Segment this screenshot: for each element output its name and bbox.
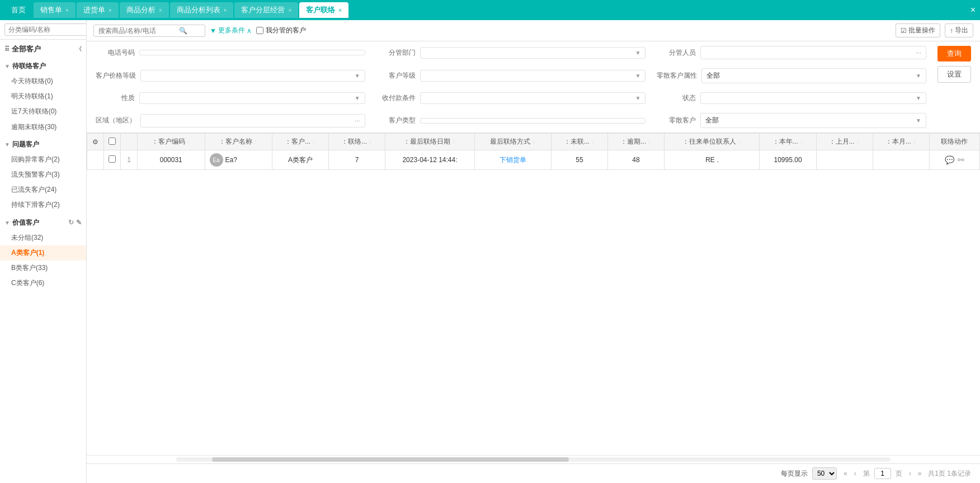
col-settings[interactable]: ⚙ <box>87 134 104 150</box>
page-number-input[interactable] <box>874 468 891 479</box>
customer-type-filter: 客户类型 <box>376 116 646 125</box>
top-nav: 首页 销售单 × 进货单 × 商品分析 × 商品分析列表 × 客户分层经营 × … <box>0 0 980 20</box>
col-this-month-header[interactable]: ：本月... ⋮ <box>873 134 929 150</box>
sidebar-item-repurchase-abnormal[interactable]: 回购异常客户(2) <box>0 152 86 167</box>
nature-input[interactable]: ▼ <box>139 92 365 104</box>
col-contact-header[interactable]: ：联络... ⋮ <box>329 134 385 150</box>
col-unit-contact-header[interactable]: ：往来单位联系人 ⋮ <box>665 134 760 150</box>
sidebar-item-tomorrow[interactable]: 明天待联络(1) <box>0 89 86 104</box>
sidebar-item-today[interactable]: 今天待联络(0) <box>0 74 86 89</box>
export-button[interactable]: ↑ 导出 <box>945 23 973 37</box>
query-button[interactable]: 查询 <box>937 46 971 61</box>
col-name-header[interactable]: ：客户名称 ⋮ <box>205 134 272 150</box>
window-close-button[interactable]: × <box>970 5 976 15</box>
col-last-month-header[interactable]: ：上月... ⋮ <box>816 134 873 150</box>
tab-customer-segment[interactable]: 客户分层经营 × <box>234 2 298 18</box>
tab-sales-close[interactable]: × <box>65 7 69 13</box>
tab-product-analysis-list[interactable]: 商品分析列表 × <box>170 2 234 18</box>
region-input[interactable]: ··· <box>140 114 365 127</box>
sidebar-search-input[interactable] <box>4 23 87 36</box>
cell-this-year: 10995.00 <box>760 150 816 170</box>
all-customers-label: 全部客户 <box>12 44 41 54</box>
status-input[interactable]: ▼ <box>700 92 926 104</box>
my-customers-checkbox-label[interactable]: 我分管的客户 <box>256 26 306 35</box>
problem-customers-title[interactable]: ▼ 问题客户 <box>0 137 86 152</box>
payment-arrow: ▼ <box>635 95 640 101</box>
page-unit-label: 页 <box>893 468 904 480</box>
tab-purchase-close[interactable]: × <box>109 7 112 13</box>
scroll-track[interactable] <box>176 457 891 462</box>
tab-customer-segment-label: 客户分层经营 <box>241 5 285 15</box>
select-all-checkbox[interactable] <box>109 138 116 145</box>
sidebar-item-declining[interactable]: 持续下滑客户(2) <box>0 197 86 212</box>
customer-type-input[interactable] <box>420 118 646 124</box>
batch-operation-button[interactable]: ☑ 批量操作 <box>896 23 940 37</box>
filter-more-conditions[interactable]: ▼ 更多条件 ∧ <box>210 26 252 35</box>
last-page-button[interactable]: » <box>916 468 924 479</box>
payment-input[interactable]: ▼ <box>420 92 646 104</box>
sidebar-item-churned[interactable]: 已流失客户(24) <box>0 182 86 197</box>
filter-search-input[interactable] <box>98 27 177 35</box>
value-customers-title[interactable]: ▼ 价值客户 ↻ ✎ <box>0 215 86 230</box>
tab-product-analysis-close[interactable]: × <box>159 7 162 13</box>
pending-contact-title[interactable]: ▼ 待联络客户 <box>0 59 86 74</box>
tab-product-analysis[interactable]: 商品分析 × <box>120 2 169 18</box>
settings-button[interactable]: 设置 <box>937 66 971 83</box>
row-checkbox[interactable] <box>109 155 116 163</box>
dept-filter: 分管部门 ▼ <box>376 47 646 59</box>
filter-toolbar: 🔍 ▼ 更多条件 ∧ 我分管的客户 ☑ 批量操作 ↑ 导出 <box>87 20 980 41</box>
last-method-link[interactable]: 下销货单 <box>500 156 526 164</box>
collapse-arrow-icon[interactable]: 《 <box>76 45 82 53</box>
customer-table: ⚙ ：客户编码 ⋮ <box>87 133 980 170</box>
first-page-button[interactable]: « <box>841 468 850 479</box>
customer-level-input[interactable]: ▼ <box>420 70 646 82</box>
col-checkbox-header[interactable] <box>104 134 121 150</box>
page-size-select[interactable]: 50 <box>812 467 837 480</box>
filter-search-icon[interactable]: 🔍 <box>179 27 187 35</box>
my-customers-checkbox[interactable] <box>256 27 263 34</box>
sidebar-item-overdue[interactable]: 逾期未联络(30) <box>0 120 86 135</box>
scroll-thumb[interactable] <box>212 457 569 462</box>
col-last-method-header[interactable]: 最后联络方式 ⋮ <box>474 134 551 150</box>
col-not-contact-header[interactable]: ：未联... ⋮ <box>551 134 607 150</box>
next-page-button[interactable]: › <box>907 468 913 479</box>
message-action-icon[interactable]: 💬 <box>945 155 954 164</box>
tab-home[interactable]: 首页 <box>4 2 32 18</box>
cell-checkbox[interactable] <box>104 150 121 170</box>
sort-icon-10: ⋮ <box>799 139 804 144</box>
col-code-header[interactable]: ：客户编码 ⋮ <box>138 134 205 150</box>
tab-sales-label: 销售单 <box>40 5 62 15</box>
sidebar-item-ungroup[interactable]: 未分组(32) <box>0 230 86 245</box>
cell-code: 000031 <box>138 150 205 170</box>
sort-icon-12: ⋮ <box>912 139 917 144</box>
sidebar-item-7days[interactable]: 近7天待联络(0) <box>0 104 86 119</box>
link-action-icon[interactable]: ⚯ <box>958 155 964 164</box>
prev-page-button[interactable]: ‹ <box>852 468 859 479</box>
sidebar-item-class-c[interactable]: C类客户(6) <box>0 276 86 291</box>
sidebar-item-class-a[interactable]: A类客户(1) <box>0 245 86 261</box>
tab-customer-contact-close[interactable]: × <box>338 7 342 13</box>
tab-purchase[interactable]: 进货单 × <box>77 2 119 18</box>
retail-attr-input[interactable]: 全部 ▼ <box>701 68 926 83</box>
dept-input[interactable]: ▼ <box>420 47 646 59</box>
cell-last-method[interactable]: 下销货单 <box>474 150 551 170</box>
col-type-header[interactable]: ：客户... ⋮ <box>272 134 329 150</box>
price-level-input[interactable]: ▼ <box>140 70 365 82</box>
sidebar-item-churn-warning[interactable]: 流失预警客户(3) <box>0 167 86 182</box>
tab-sales[interactable]: 销售单 × <box>34 2 76 18</box>
customer-type-label: 客户类型 <box>376 116 416 125</box>
sidebar-all-customers[interactable]: ⠿ 全部客户 《 <box>0 40 86 59</box>
refresh-icon[interactable]: ↻ <box>68 219 74 226</box>
tab-product-analysis-list-close[interactable]: × <box>224 7 227 13</box>
tab-customer-segment-close[interactable]: × <box>288 7 291 13</box>
col-this-year-header[interactable]: ：本年... ⋮ <box>760 134 816 150</box>
cell-action: 💬 ⚯ <box>929 150 979 170</box>
retail-input[interactable]: 全部 ▼ <box>700 113 926 128</box>
col-overdue-header[interactable]: ：逾期... ⋮ <box>607 134 664 150</box>
person-input[interactable]: ··· <box>700 46 926 59</box>
col-last-date-header[interactable]: ：最后联络日期 ⋮ <box>385 134 474 150</box>
edit-icon[interactable]: ✎ <box>76 219 82 226</box>
phone-input[interactable] <box>139 50 365 55</box>
tab-customer-contact[interactable]: 客户联络 × <box>299 2 348 18</box>
sidebar-item-class-b[interactable]: B类客户(33) <box>0 261 86 276</box>
